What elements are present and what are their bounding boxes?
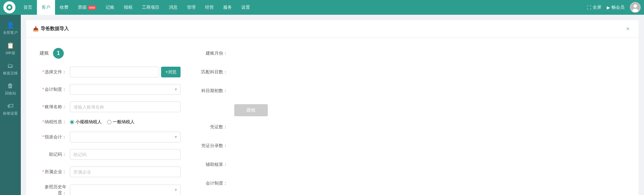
svg-point-1 <box>8 6 10 8</box>
nav-item-tax[interactable]: 报税 <box>119 0 137 15</box>
file-input-wrap: +浏览 <box>70 67 181 77</box>
tax-type-label: 纳税性质： <box>40 119 70 125</box>
subject-initial-label: 科目期初数： <box>201 88 231 94</box>
dialog-header: 📥 导爸数据导入 × <box>26 20 639 38</box>
build-btn-wrap: 建账 <box>201 104 301 116</box>
dialog-body: 建账 1 选择文件： +浏览 <box>26 38 639 195</box>
dialog-container: 📥 导爸数据导入 × 建账 1 选择文件： <box>26 20 639 195</box>
aux-calc-row: 辅助核算： <box>201 159 301 170</box>
form-section: 建账 1 选择文件： +浏览 <box>40 48 625 195</box>
sidebar-item-label: 全部客户 <box>3 30 18 35</box>
svg-point-3 <box>634 4 637 8</box>
tax-general-radio[interactable]: 一般纳税人 <box>107 119 135 125</box>
owned-company-input[interactable] <box>70 167 181 177</box>
nav-item-business[interactable]: 工商项目 <box>137 0 164 15</box>
voucher-entries-row: 凭证分录数： <box>201 140 301 151</box>
voucher-count-label: 凭证数： <box>201 124 231 130</box>
nav-item-accounting[interactable]: 记账 <box>101 0 119 15</box>
build-month-label: 建账月份： <box>201 50 231 56</box>
step-label: 建账 <box>40 50 49 56</box>
recycle-icon: 🗑 <box>7 82 13 89</box>
tax-general-label: 一般纳税人 <box>113 119 135 125</box>
ledger-name-input[interactable] <box>70 102 181 112</box>
accounting-system-wrap: ▼ <box>70 84 181 95</box>
avatar[interactable] <box>630 2 641 13</box>
close-button[interactable]: × <box>624 25 632 33</box>
tax-small-radio[interactable]: 小规模纳税人 <box>70 119 102 125</box>
aux-calc-label: 辅助核算： <box>201 161 231 168</box>
nav-item-customer[interactable]: 客户 <box>37 0 55 15</box>
ref-year-label: 参照历史年度： <box>40 184 70 195</box>
right-accounting-system-label: 会计制度： <box>201 180 231 186</box>
sidebar-item-declaration[interactable]: 📋 0申报 <box>0 39 21 59</box>
match-subject-label: 匹配科目数： <box>201 69 231 75</box>
tax-type-group: 小规模纳税人 一般纳税人 <box>70 119 181 125</box>
build-button[interactable]: 建账 <box>234 104 268 116</box>
nav-item-message[interactable]: 消息 <box>164 0 182 15</box>
nav-item-invoice[interactable]: 票据 new <box>73 0 101 15</box>
tax-small-input[interactable] <box>70 120 74 124</box>
owned-company-label: 所属企业： <box>40 169 70 175</box>
sidebar-item-label: 标签设置 <box>3 111 18 116</box>
nav-item-manage[interactable]: 管理 <box>182 0 200 15</box>
dialog-title-text: 导爸数据导入 <box>41 26 69 32</box>
nav-right: ⛶ 全屏 ▶ 畅会员 <box>587 2 641 13</box>
match-subject-row: 匹配科目数： <box>201 67 301 77</box>
member-icon: ▶ <box>607 5 610 10</box>
dialog-title: 📥 导爸数据导入 <box>33 26 69 32</box>
accountant-select[interactable] <box>70 132 181 142</box>
browse-button[interactable]: +浏览 <box>161 67 181 77</box>
tag-icon: 🏷 <box>7 103 13 110</box>
sidebar-item-label: 0申报 <box>6 51 15 56</box>
memo-code-input[interactable] <box>70 149 181 160</box>
nav-item-operation[interactable]: 经营 <box>200 0 218 15</box>
form-right: 建账月份： 匹配科目数： 科目期初数： 建账 <box>201 48 301 195</box>
right-accounting-system-row: 会计制度： <box>201 178 301 189</box>
new-badge: new <box>88 5 96 10</box>
nav-item-service[interactable]: 服务 <box>218 0 237 15</box>
accountant-wrap: ▼ <box>70 132 181 142</box>
nav-item-home[interactable]: 首页 <box>19 0 37 15</box>
sidebar-item-recycle[interactable]: 🗑 回收站 <box>0 79 21 99</box>
sidebar-item-label: 回收站 <box>5 91 16 96</box>
ref-year-select[interactable] <box>70 185 181 195</box>
sidebar-item-tag-settings[interactable]: 🏷 标签设置 <box>0 99 21 119</box>
accounting-system-select[interactable] <box>70 84 181 95</box>
top-nav: 首页 客户 收费 票据 new 记账 报税 工商项目 消息 管理 经营 服务 设… <box>0 0 644 15</box>
tax-small-label: 小规模纳税人 <box>76 119 102 125</box>
tax-general-input[interactable] <box>107 120 111 124</box>
tax-type-row: 纳税性质： 小规模纳税人 一般纳税人 <box>40 119 181 125</box>
nav-items: 首页 客户 收费 票据 new 记账 报税 工商项目 消息 管理 经营 服务 设… <box>19 0 587 15</box>
build-month-row: 建账月份： <box>201 48 301 59</box>
accounting-system-label: 会计制度： <box>40 86 70 92</box>
main-layout: 👤 全部客户 📋 0申报 🗂 账套迁移 🗑 回收站 🏷 标签设置 📥 导爸数据导… <box>0 15 644 195</box>
fullscreen-btn[interactable]: ⛶ 全屏 <box>587 4 601 10</box>
all-customers-icon: 👤 <box>7 21 14 29</box>
ref-year-row: 参照历史年度： ▼ <box>40 184 181 195</box>
accountant-label: 指派会计： <box>40 134 70 140</box>
member-label: 畅会员 <box>611 4 625 10</box>
logo[interactable] <box>3 1 15 13</box>
nav-item-settings[interactable]: 设置 <box>237 0 255 15</box>
accountant-row: 指派会计： ▼ <box>40 132 181 142</box>
memo-code-row: 助记码： <box>40 149 181 160</box>
memo-code-label: 助记码： <box>40 151 70 157</box>
file-input[interactable] <box>70 67 159 77</box>
declaration-icon: 📋 <box>7 42 14 49</box>
step-header: 建账 1 <box>40 48 181 59</box>
nav-item-fee[interactable]: 收费 <box>55 0 73 15</box>
fullscreen-icon: ⛶ <box>587 5 591 10</box>
owned-company-row: 所属企业： <box>40 167 181 177</box>
sidebar-item-all-customers[interactable]: 👤 全部客户 <box>0 18 21 39</box>
accounting-system-row: 会计制度： ▼ <box>40 84 181 95</box>
dialog-title-icon: 📥 <box>33 26 39 31</box>
sidebar-item-migration[interactable]: 🗂 账套迁移 <box>0 59 21 79</box>
fullscreen-label: 全屏 <box>593 4 601 10</box>
ledger-name-label: 账簿名称： <box>40 104 70 110</box>
voucher-count-row: 凭证数： <box>201 122 301 132</box>
sidebar: 👤 全部客户 📋 0申报 🗂 账套迁移 🗑 回收站 🏷 标签设置 <box>0 15 21 195</box>
member-btn[interactable]: ▶ 畅会员 <box>607 4 625 10</box>
ref-year-wrap: ▼ <box>70 185 181 195</box>
form-left: 建账 1 选择文件： +浏览 <box>40 48 181 195</box>
voucher-entries-label: 凭证分录数： <box>201 143 231 149</box>
